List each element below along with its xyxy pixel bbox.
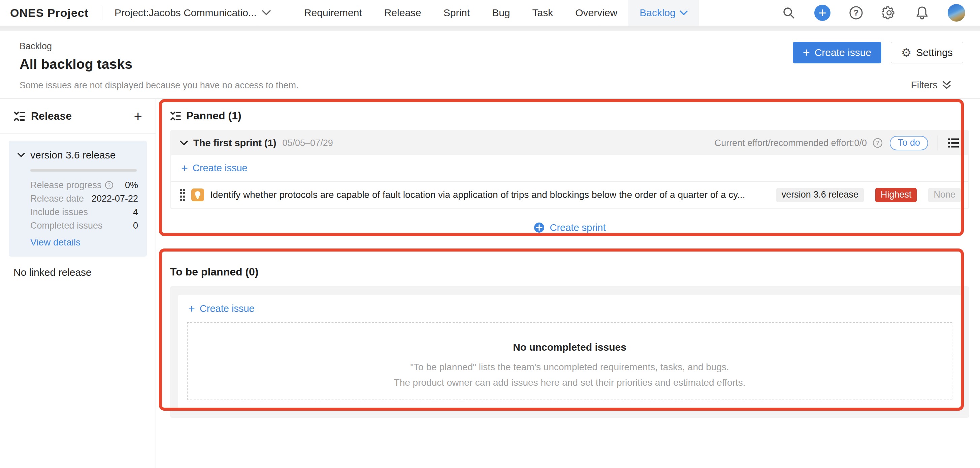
planned-section-title: Panned (1) — [170, 110, 969, 122]
page-header: Backlog All backlog tasks Some issues ar… — [0, 31, 980, 99]
double-chevron-down-icon — [942, 81, 951, 90]
view-details-link[interactable]: View details — [30, 237, 81, 248]
issue-row[interactable]: Identify whether protocols are capable o… — [171, 182, 968, 208]
chevron-down-icon[interactable] — [180, 141, 188, 146]
settings-button[interactable]: ⚙ Settings — [891, 42, 963, 63]
main-nav: Requirement Release Sprint Bug Task Over… — [293, 0, 699, 26]
release-progress-bar — [30, 169, 137, 172]
tab-task[interactable]: Task — [521, 0, 565, 26]
chevron-down-icon — [262, 10, 271, 16]
tab-sprint[interactable]: Sprint — [433, 0, 481, 26]
drag-handle[interactable] — [180, 189, 185, 201]
tab-bug[interactable]: Bug — [481, 0, 521, 26]
svg-text:?: ? — [876, 140, 879, 146]
backlog-main: Panned (1) The first sprint (1) 05/05–07… — [156, 99, 980, 468]
avatar[interactable] — [948, 4, 965, 22]
divider — [937, 136, 938, 150]
plus-circle-icon[interactable]: + — [814, 5, 830, 21]
topbar: ONES Project Project:Jacobs Communicatio… — [0, 0, 980, 26]
sprint-effort: Current effort/recommended effort:0/0 — [714, 138, 867, 149]
backlog-icon — [170, 111, 181, 121]
divider — [102, 6, 102, 20]
create-issue-link[interactable]: + Create issue — [188, 302, 255, 315]
project-selector-label: Project:Jacobs Communicatio... — [115, 7, 257, 19]
sprint-dates: 05/05–07/29 — [283, 138, 333, 149]
plus-icon: + — [188, 302, 195, 315]
plus-icon: + — [803, 46, 810, 59]
to-be-planned-title: To be planned (0) — [170, 266, 969, 278]
release-card-header[interactable]: version 3.6 release — [18, 149, 138, 161]
release-sidebar: Release + version 3.6 release Release pr… — [0, 99, 156, 468]
filters-toggle[interactable]: Filters — [911, 80, 951, 91]
search-icon[interactable] — [781, 5, 796, 20]
completed-issues-row: Completed issues 0 — [30, 219, 138, 232]
requirement-type-icon — [191, 188, 204, 201]
bell-icon[interactable] — [915, 5, 929, 20]
tab-overview[interactable]: Overview — [564, 0, 628, 26]
help-icon[interactable]: ? — [872, 137, 883, 149]
issue-estimate-badge[interactable]: None — [928, 188, 961, 202]
issue-release-tag[interactable]: version 3.6 release — [776, 188, 864, 202]
list-view-icon[interactable] — [947, 138, 959, 148]
release-name: version 3.6 release — [30, 149, 116, 161]
release-date-row: Release date 2022-07-22 — [30, 192, 138, 205]
svg-text:?: ? — [854, 8, 859, 17]
chevron-down-icon — [679, 10, 688, 16]
tab-backlog[interactable]: Backlog — [628, 0, 699, 26]
no-linked-release-text: No linked release — [13, 267, 156, 278]
release-progress-row: Release progress ? 0% — [30, 178, 138, 192]
create-issue-button[interactable]: + Create issue — [793, 42, 881, 63]
issue-priority-badge[interactable]: Highest — [875, 188, 917, 202]
help-icon[interactable]: ? — [849, 5, 864, 20]
gear-icon[interactable] — [882, 5, 896, 20]
create-sprint-link[interactable]: Create sprint — [533, 222, 606, 233]
empty-state-title: No uncompleted issues — [188, 342, 952, 353]
sprint-header[interactable]: The first sprint (1) 05/05–07/29 Current… — [171, 131, 968, 155]
release-icon — [13, 111, 25, 121]
empty-dropzone: No uncompleted issues "To be planned" li… — [187, 322, 952, 400]
include-issues-row: Include issues 4 — [30, 205, 138, 219]
plus-circle-icon — [533, 222, 545, 233]
project-selector[interactable]: Project:Jacobs Communicatio... — [115, 7, 271, 19]
to-be-planned-group: + Create issue No uncompleted issues "To… — [170, 286, 969, 418]
create-issue-link[interactable]: + Create issue — [181, 161, 248, 175]
tab-requirement[interactable]: Requirement — [293, 0, 373, 26]
chevron-down-icon — [18, 153, 25, 158]
sprint-status-badge[interactable]: To do — [890, 136, 928, 150]
app-logo[interactable]: ONES Project — [10, 6, 89, 19]
empty-state-line2: The product owner can add issues here an… — [188, 377, 952, 388]
issue-title[interactable]: Identify whether protocols are capable o… — [210, 190, 770, 200]
topbar-shadow — [0, 26, 980, 31]
empty-state-line1: "To be planned" lists the team's uncompl… — [188, 362, 952, 372]
add-release-button[interactable]: + — [134, 109, 142, 123]
access-notice: Some issues are not displayed because yo… — [19, 80, 963, 91]
gear-icon: ⚙ — [901, 46, 911, 59]
svg-text:?: ? — [107, 182, 110, 188]
sprint-group: The first sprint (1) 05/05–07/29 Current… — [170, 130, 969, 209]
sidebar-title: Release — [31, 110, 72, 122]
release-card: version 3.6 release Release progress ? 0… — [9, 141, 147, 257]
sprint-name[interactable]: The first sprint (1) — [193, 137, 277, 149]
help-icon[interactable]: ? — [104, 180, 114, 190]
plus-icon: + — [181, 161, 188, 175]
tab-release[interactable]: Release — [373, 0, 433, 26]
